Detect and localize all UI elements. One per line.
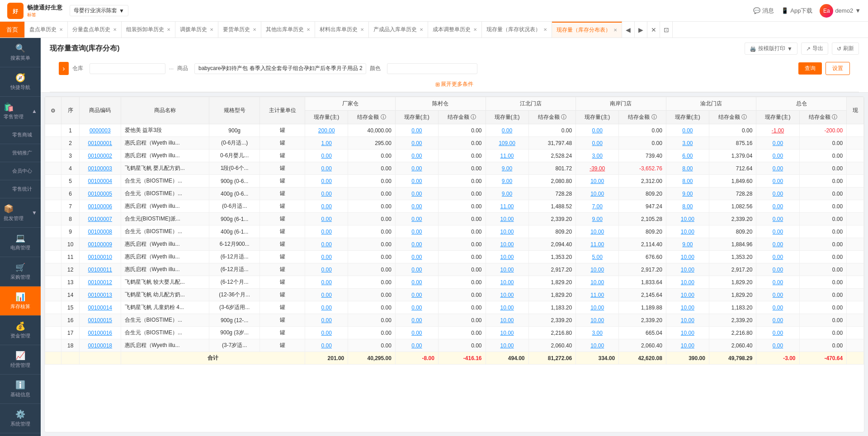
tab-current-dist[interactable]: 现存量（库存分布表） ✕ (552, 22, 622, 38)
message-btn[interactable]: 💬 消息 (753, 7, 774, 15)
operation-icon: 📈 (4, 351, 37, 361)
export-btn[interactable]: ↗ 导出 (801, 42, 828, 55)
col-wh-chencun: 陈村仓 (395, 97, 486, 111)
expand-conditions-btn[interactable]: ⊞ 展开更多条件 (435, 80, 473, 88)
tab-close-requisition[interactable]: ✕ (253, 27, 256, 32)
tab-close-assembly[interactable]: ✕ (167, 27, 170, 32)
download-icon: 📱 (781, 7, 788, 14)
goods-input[interactable] (194, 63, 366, 74)
tab-requisition[interactable]: 要货单历史 ✕ (218, 22, 261, 38)
table-row: 1800100018惠氏启程（Wyeth illu...(3-7岁适...罐0.… (45, 339, 864, 352)
tab-prev-btn[interactable]: ◀ (622, 22, 635, 38)
query-btn[interactable]: 查询 (798, 62, 822, 75)
data-table: ⚙ 序 商品编码 商品名称 规格型号 主计量单位 厂家仓 陈村仓 江北门店 南岸… (45, 97, 864, 365)
tab-cost-adjust[interactable]: 成本调整单历史 ✕ (428, 22, 482, 38)
tab-close-current-dist[interactable]: ✕ (613, 28, 617, 33)
sidebar-item-retail-shop[interactable]: 零售商城 (0, 126, 41, 144)
top-right-actions: 💬 消息 📱 App下载 Ea demo2 ▼ (753, 4, 861, 18)
retail-expand-icon: ▲ (32, 108, 37, 114)
tab-material-out[interactable]: 材料出库单历史 ✕ (315, 22, 369, 38)
table-row: 1600100015合生元（BIOSTIME）...900g (12-...罐0… (45, 314, 864, 327)
col-code: 商品编码 (79, 97, 121, 124)
page-header: 现存量查询(库存分布) 🖨️ 按模版打印 ▼ ↗ 导出 ↺ 刷新 (41, 38, 868, 93)
top-bar: 好 畅捷通好生意 标签 母婴行业演示陈套 ▼ 💬 消息 📱 App下载 Ea d… (0, 0, 868, 22)
col-wh-nanan: 南岸门店 (576, 97, 666, 111)
user-area[interactable]: Ea demo2 ▼ (820, 4, 861, 18)
sidebar-item-search[interactable]: 🔍 搜索英单 (0, 38, 41, 67)
wholesale-expand-icon: ▼ (32, 210, 37, 216)
col-total-stock: 现存量(主) (756, 111, 799, 124)
tab-branch-inventory[interactable]: 分量盘点单历史 ✕ (68, 22, 122, 38)
tab-close-inventory-count[interactable]: ✕ (59, 27, 63, 32)
sidebar-item-operation[interactable]: 📈 经营管理 (0, 345, 41, 375)
tab-close-material-out[interactable]: ✕ (360, 27, 364, 32)
sidebar-item-wholesale[interactable]: 📦 批发管理 ▼ (0, 198, 41, 228)
ecommerce-icon: 💻 (4, 233, 37, 243)
basic-icon: ℹ️ (4, 380, 37, 390)
sidebar-item-finance[interactable]: 💰 资金管理 (0, 316, 41, 345)
content: 现存量查询(库存分布) 🖨️ 按模版打印 ▼ ↗ 导出 ↺ 刷新 (41, 38, 868, 436)
tab-other-out[interactable]: 其他出库单历史 ✕ (261, 22, 315, 38)
tab-close-all-btn[interactable]: ✕ (647, 22, 660, 38)
settings-btn[interactable]: 设置 (826, 62, 850, 75)
col-unit: 主计量单位 (259, 97, 305, 124)
sidebar-item-retail[interactable]: 🛍️ 零售管理 ▲ (0, 97, 41, 126)
company-selector[interactable]: 母婴行业演示陈套 ▼ (70, 5, 128, 16)
sidebar-item-inventory[interactable]: 📊 库存核算 (0, 286, 41, 316)
color-input[interactable] (387, 63, 477, 74)
tab-product-in[interactable]: 产成品入库单历史 ✕ (369, 22, 428, 38)
refresh-btn[interactable]: ↺ 刷新 (832, 42, 859, 55)
logo-icon: 好 (7, 3, 24, 19)
tab-maximize-btn[interactable]: ⊡ (660, 22, 673, 38)
table-row: 1500100014飞鹤星飞帆 儿童奶粉 4...(3-6岁适用...罐0.00… (45, 301, 864, 314)
tab-close-other-out[interactable]: ✕ (307, 27, 310, 32)
app-download-btn[interactable]: 📱 App下载 (781, 7, 812, 15)
tab-home[interactable]: 首页 (0, 22, 25, 38)
tab-close-branch[interactable]: ✕ (113, 27, 117, 32)
sidebar-item-retail-stats[interactable]: 零售统计 (0, 180, 41, 198)
sidebar-item-purchase[interactable]: 🛒 采购管理 (0, 257, 41, 286)
sidebar-item-basic[interactable]: ℹ️ 基础信息 (0, 375, 41, 404)
tab-inventory-count[interactable]: 盘点单历史 ✕ (25, 22, 68, 38)
col-wh-jiangbei: 江北门店 (486, 97, 576, 111)
table-row: 700100006惠氏启程（Wyeth illu...(0-6月适...罐0.0… (45, 200, 864, 213)
table-row: 1300100012飞鹤星飞帆 较大婴儿配...(6-12个月...罐0.000… (45, 276, 864, 289)
col-wh-yubei: 渝北门店 (666, 97, 756, 111)
page-title: 现存量查询(库存分布) (50, 44, 120, 53)
svg-text:好: 好 (12, 8, 19, 14)
filter-trigger-btn[interactable]: › (59, 62, 69, 75)
logo-text: 畅捷通好生意 标签 (27, 4, 62, 18)
tab-next-btn[interactable]: ▶ (635, 22, 647, 38)
col-chencun-stock: 现存量(主) (395, 111, 438, 124)
sidebar-item-ecommerce[interactable]: 💻 电商管理 (0, 228, 41, 257)
print-btn[interactable]: 🖨️ 按模版打印 ▼ (745, 42, 797, 55)
sidebar-item-member[interactable]: 会员中心 (0, 162, 41, 180)
warehouse-more-icon[interactable]: ··· (169, 66, 174, 72)
sidebar-item-enterprise[interactable]: 🏢 企业协同 (0, 433, 41, 436)
tab-transfer[interactable]: 调拨单历史 ✕ (175, 22, 218, 38)
tab-bar: 首页 盘点单历史 ✕ 分量盘点单历史 ✕ 组装拆卸单历史 ✕ 调拨单历史 ✕ 要… (0, 22, 868, 38)
sidebar-item-nav[interactable]: 🧭 快捷导航 (0, 67, 41, 97)
filter-row: › 仓库 ··· 商品 颜色 查询 设置 (50, 58, 859, 79)
tab-close-cost-adjust[interactable]: ✕ (473, 27, 477, 32)
col-wh-factory: 厂家仓 (305, 97, 396, 111)
col-jiangbei-stock: 现存量(主) (486, 111, 528, 124)
tab-close-transfer[interactable]: ✕ (210, 27, 213, 32)
table-row: 800100007合生元(BIOSTIME)派...900g (6-1...罐0… (45, 213, 864, 225)
purchase-icon: 🛒 (4, 263, 37, 272)
retail-icon: 🛍️ (4, 102, 24, 112)
col-yubei-amount: 结存金额 ⓘ (709, 111, 756, 124)
sidebar-item-system[interactable]: ⚙️ 系统管理 (0, 404, 41, 433)
refresh-icon: ↺ (837, 46, 841, 52)
tab-current-status[interactable]: 现存量（库存状况表） ✕ (482, 22, 552, 38)
tab-assembly[interactable]: 组装拆卸单历史 ✕ (122, 22, 175, 38)
table-row: 200100001惠氏启程（Wyeth illu...(0-6月适...)罐1.… (45, 137, 864, 150)
col-nanan-stock: 现存量(主) (576, 111, 619, 124)
tab-close-current-status[interactable]: ✕ (543, 27, 547, 32)
table-row: 600100005合生元（BIOSTIME）...400g (0-6...罐0.… (45, 188, 864, 200)
tab-close-product-in[interactable]: ✕ (420, 27, 423, 32)
table-row: 1100100010惠氏启程（Wyeth illu...(6-12月适...罐0… (45, 251, 864, 263)
sidebar-item-marketing[interactable]: 营销推广 (0, 144, 41, 162)
warehouse-input[interactable] (90, 63, 165, 74)
search-icon: 🔍 (4, 43, 37, 53)
